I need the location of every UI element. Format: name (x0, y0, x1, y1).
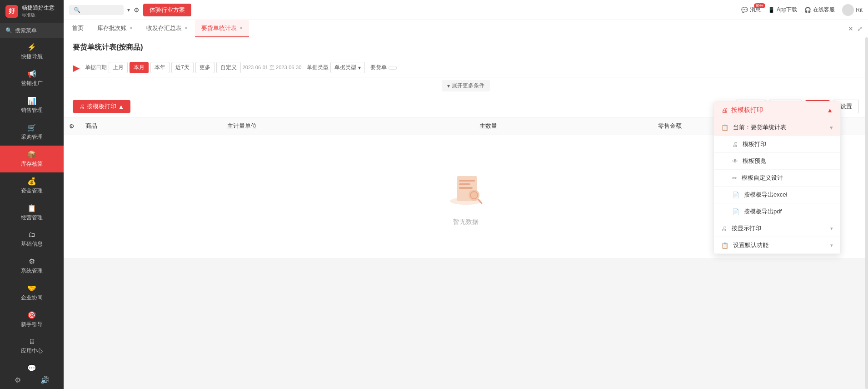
tab-collection-label: 收发存汇总表 (146, 24, 182, 32)
col-settings[interactable]: ⚙ (64, 117, 80, 135)
date-btn-current-month[interactable]: 本月 (130, 62, 149, 73)
topbar-search-icon: 🔍 (74, 7, 80, 13)
tabs-bar: 首页 库存批次账 × 收发存汇总表 × 要货单统计表 × ✕ ⤢ (64, 20, 868, 37)
dropdown-current-icon: 📋 (721, 124, 728, 131)
app-download-btn[interactable]: 📱 App下载 (768, 6, 797, 14)
sidebar-label-appcenter: 应用中心 (21, 347, 43, 355)
date-filter-group: 单据日期 上月 本月 本年 近7天 更多 自定义 2023-06-01 至 20… (85, 62, 301, 73)
template-print-icon: 🖨 (732, 141, 738, 148)
tab-order-close[interactable]: × (239, 25, 243, 31)
online-service-label: 在线客服 (813, 6, 835, 14)
col-unit: 主计量单位 (222, 117, 474, 135)
wechat-icon: 💬 (27, 364, 36, 371)
sidebar-label-enterprise: 企业协同 (21, 294, 43, 302)
dropdown-item-template-custom[interactable]: ✏ 模板自定义设计 (714, 170, 840, 187)
display-print-arrow: ▾ (830, 226, 833, 232)
tab-order[interactable]: 要货单统计表 × (195, 20, 249, 37)
dropdown-item-template-print[interactable]: 🖨 模板打印 (714, 136, 840, 153)
online-service-btn[interactable]: 🎧 在线客服 (804, 6, 835, 14)
template-excel-label: 按模板导出excel (744, 191, 787, 199)
date-btn-custom[interactable]: 自定义 (216, 62, 241, 73)
sidebar-item-newbie[interactable]: 🎯 新手引导 (0, 306, 64, 333)
sidebar-item-shortcut[interactable]: ⚡ 快捷导航 (0, 38, 64, 65)
topbar-gear-icon[interactable]: ⚙ (134, 6, 140, 14)
dropdown-section-set-default[interactable]: 📋 设置默认功能 ▾ (714, 237, 840, 254)
sidebar-label-basic: 基础信息 (21, 240, 43, 248)
sidebar-item-enterprise[interactable]: 🤝 企业协同 (0, 279, 64, 306)
date-btn-prev-month[interactable]: 上月 (109, 62, 128, 73)
date-filter-label: 单据日期 (85, 64, 107, 71)
sidebar-item-wechat[interactable]: 💬 企业微信 (0, 359, 64, 371)
sound-icon[interactable]: 🔊 (40, 376, 50, 384)
sidebar-label-sales: 销售管理 (21, 106, 43, 114)
app-download-icon: 📱 (768, 7, 775, 13)
filter-expand-icon[interactable]: ▶ (73, 62, 80, 73)
app-name: 畅捷通好生意 (22, 5, 55, 12)
date-btn-current-year[interactable]: 本年 (150, 62, 170, 73)
dropdown-item-template-pdf[interactable]: 📄 按模板导出pdf (714, 203, 840, 220)
date-btn-last7[interactable]: 近7天 (171, 62, 194, 73)
dropdown-header-left: 🖨 按模板打印 (721, 106, 763, 114)
empty-icon (443, 167, 489, 212)
sidebar-item-sales[interactable]: 📊 销售管理 (0, 92, 64, 119)
message-icon: 💬 (741, 7, 748, 13)
message-btn[interactable]: 💬 消息 99+ (741, 6, 761, 14)
message-badge: 99+ (754, 3, 765, 8)
date-btn-more[interactable]: 更多 (195, 62, 215, 73)
sidebar-item-system[interactable]: ⚙ 系统管理 (0, 253, 64, 279)
print-btn[interactable]: 🖨 按模板打印 ▲ (73, 100, 130, 113)
finance-icon: 💰 (27, 177, 36, 186)
trial-btn[interactable]: 体验行业方案 (143, 4, 191, 16)
sidebar-item-finance[interactable]: 💰 资金管理 (0, 172, 64, 199)
goods-select[interactable] (389, 66, 397, 70)
dropdown-up-arrow[interactable]: ▲ (827, 106, 833, 114)
svg-rect-4 (459, 187, 473, 189)
dropdown-print-icon: 🖨 (721, 106, 728, 114)
right-scrollbar[interactable] (865, 37, 868, 389)
settings-icon[interactable]: ⚙ (15, 376, 21, 384)
col-quantity: 主数量 (474, 117, 653, 135)
topbar-search[interactable]: 🔍 (69, 5, 124, 15)
tab-batch-close[interactable]: × (130, 25, 133, 31)
dropdown-section-display-print[interactable]: 🖨 按显示打印 ▾ (714, 220, 840, 237)
expand-more-btn[interactable]: ▾ 展开更多条件 (442, 80, 490, 91)
tab-batch-label: 库存批次账 (97, 24, 127, 32)
order-type-arrow: ▾ (358, 65, 361, 71)
expand-label: 展开更多条件 (452, 82, 484, 90)
filter-bar: ▶ 单据日期 上月 本月 本年 近7天 更多 自定义 2023-06-01 至 … (64, 58, 868, 77)
dropdown-current-arrow: ▾ (830, 124, 833, 131)
tab-home[interactable]: 首页 (65, 20, 90, 37)
window-maximize-btn[interactable]: ⤢ (857, 25, 863, 32)
page-content: 要货单统计表(按商品) ▶ 单据日期 上月 本月 本年 近7天 更多 自定义 2… (64, 37, 868, 389)
sidebar-item-basic[interactable]: 🗂 基础信息 (0, 226, 64, 253)
dropdown-header-right: ▲ (827, 106, 833, 114)
order-type-value: 单据类型 (334, 64, 356, 71)
date-range-text: 2023-06-01 至 2023-06-30 (243, 64, 302, 71)
window-close-btn[interactable]: ✕ (848, 25, 853, 32)
user-avatar[interactable]: Rit (842, 4, 863, 16)
dropdown-title: 按模板打印 (731, 106, 763, 114)
sidebar-nav: ⚡ 快捷导航 📢 营销推广 📊 销售管理 🛒 采购管理 📦 库存核算 💰 资金管… (0, 38, 64, 371)
tab-collection[interactable]: 收发存汇总表 × (140, 20, 194, 37)
sidebar-item-marketing[interactable]: 📢 营销推广 (0, 65, 64, 92)
set-default-arrow: ▾ (830, 242, 833, 248)
appcenter-icon: 🖥 (28, 338, 35, 346)
sidebar-label-inventory: 库存核算 (21, 160, 43, 168)
sidebar-item-purchase[interactable]: 🛒 采购管理 (0, 119, 64, 146)
sidebar-item-operations[interactable]: 📋 经营管理 (0, 199, 64, 226)
sidebar-item-appcenter[interactable]: 🖥 应用中心 (0, 333, 64, 359)
display-print-label: 按显示打印 (732, 224, 761, 232)
order-type-select[interactable]: 单据类型 ▾ (330, 62, 365, 73)
sidebar-search[interactable]: 🔍 搜索菜单 (0, 23, 64, 38)
tab-batch[interactable]: 库存批次账 × (91, 20, 139, 37)
dropdown-item-template-excel[interactable]: 📄 按模板导出excel (714, 187, 840, 203)
sidebar-item-inventory[interactable]: 📦 库存核算 (0, 146, 64, 172)
topbar-dropdown-arrow[interactable]: ▾ (127, 7, 130, 13)
template-preview-label: 模板预览 (743, 157, 766, 165)
template-pdf-label: 按模板导出pdf (744, 207, 782, 216)
tab-collection-close[interactable]: × (185, 25, 188, 31)
app-download-label: App下载 (777, 6, 797, 14)
svg-rect-2 (459, 180, 475, 182)
empty-text: 暂无数据 (453, 218, 479, 226)
dropdown-item-template-preview[interactable]: 👁 模板预览 (714, 153, 840, 170)
